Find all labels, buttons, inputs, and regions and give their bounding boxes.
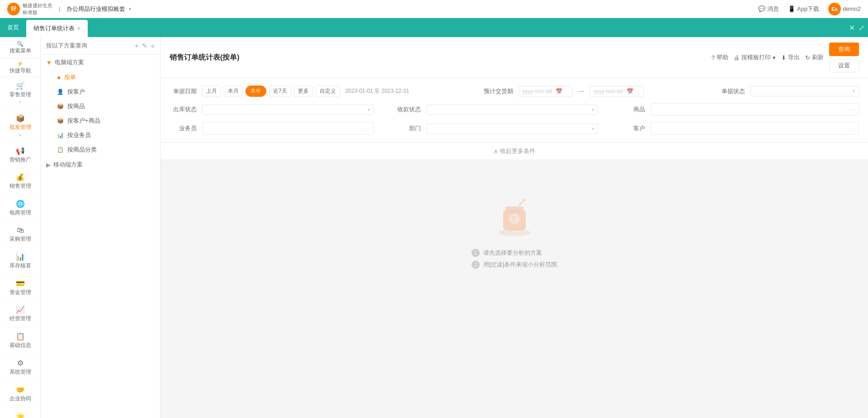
tree-item-by-customer[interactable]: 👤 按客户 [41,85,160,99]
app-dropdown-icon[interactable]: ▾ [129,6,131,11]
tab-home[interactable]: 首页 [0,18,26,37]
salesman-select-dots-icon: ··· [362,125,370,132]
by-goods-icon: 📦 [57,103,64,109]
expected-date-end-input[interactable]: yyyy-mm-dd 📅 [590,86,644,97]
sidebar-item-finance[interactable]: 💳 资金管理 [0,275,40,301]
print-button[interactable]: 🖨 按模板打印 ▾ [734,53,776,62]
edit-scheme-button[interactable]: ✎ [142,42,147,49]
filter-section: 单据日期 上月 本月 本年 近7天 更多 自定义 2023-01-01 至 20… [160,78,868,142]
salesman-select[interactable]: ··· [202,122,374,135]
date-range-text: 2023-01-01 至 2023-12-31 [345,87,409,95]
calendar-start-icon: 📅 [556,88,562,95]
last7-btn[interactable]: 近7天 [269,86,291,97]
search-menu-item[interactable]: 🔍 搜索菜单 [0,37,40,59]
collapse-row: ∧ 收起更多条件 [160,142,868,160]
empty-tips: 1 请先选择要分析的方案 2 用[过滤]条件来缩小分析范围 [472,249,557,269]
topbar-left: 好 畅捷通好生意 标准版 | 办公用品行业模拟账套 ▾ [7,2,131,15]
help-icon: ? [712,54,715,61]
dept-select[interactable]: ▾ [426,124,598,134]
tree-mobile-section[interactable]: ▶ 移动端方案 [41,157,160,172]
retail-arrow-icon: ▾ [19,100,21,104]
content-wrapper: 按以下方案查询 + ✎ « ▼ 电脑端方案 ● 按单 👤 按客户 [41,37,868,418]
logo-icon: 好 [7,3,20,15]
query-button[interactable]: 查询 [829,43,859,56]
tree-mobile-label: 移动端方案 [53,161,83,169]
print-icon: 🖨 [734,54,740,61]
operations-icon: 📈 [16,305,25,314]
pay-status-select[interactable]: ▾ [426,104,598,115]
tree-item-by-goods[interactable]: 📦 按商品 [41,99,160,114]
window-expand-button[interactable]: ⤢ [859,24,864,32]
expected-date-label: 预计交货期 [484,87,513,95]
newbie-icon: 🌟 [16,412,25,418]
sidebar-item-marketing[interactable]: 📢 营销推广 [0,142,40,169]
status-select[interactable]: ▾ [750,86,859,96]
refresh-button[interactable]: ↻ 刷新 [805,53,824,62]
date-label: 单据日期 [170,87,197,95]
ship-status-select[interactable]: ▾ [202,104,374,115]
goods-label: 商品 [618,105,645,114]
sidebar-item-newbie[interactable]: 🌟 新手引导 [0,408,40,418]
svg-text:?: ? [512,215,515,223]
add-scheme-button[interactable]: + [135,42,138,49]
tip-num-2: 2 [472,261,480,269]
collapse-btn[interactable]: ∧ 收起更多条件 [494,147,535,155]
goods-select-dots-icon: ··· [847,106,855,113]
sidebar-item-system[interactable]: ⚙ 系统管理 [0,354,40,381]
tree-item-by-order[interactable]: ● 按单 [41,70,160,85]
collapse-panel-button[interactable]: « [151,42,155,49]
sidebar-item-wholesale[interactable]: 📦 批发管理 ▴ [0,109,40,142]
customer-select[interactable]: ··· [651,122,859,135]
main-layout: 🔍 搜索菜单 ⚡ 快捷导航 🛒 零售管理 ▾ 📦 批发管理 ▴ 📢 营销推广 💰… [0,37,868,418]
user-profile[interactable]: Ea demo2 [828,3,861,15]
download-icon: 📱 [788,5,795,12]
pay-select-arrow-icon: ▾ [592,107,594,112]
tabbar: 首页 销售订单统计表 × ✕ ⤢ [0,18,868,37]
filter-row-3: 业务员 ··· 部门 ▾ 客户 ··· [170,122,859,135]
this-year-btn[interactable]: 本年 [245,86,266,97]
left-panel-actions: + ✎ « [135,42,155,49]
app-title: 办公用品行业模拟账套 [66,5,125,13]
window-close-button[interactable]: ✕ [849,24,855,32]
more-date-btn[interactable]: 更多 [294,86,313,97]
custom-date-btn[interactable]: 自定义 [316,86,340,97]
sidebar-item-inventory[interactable]: 📊 库存核算 [0,248,40,275]
svg-point-6 [523,199,526,201]
this-month-btn[interactable]: 本月 [224,86,243,97]
tree-item-by-category[interactable]: 📋 按商品分类 [41,142,160,157]
sidebar-item-enterprise[interactable]: 🤝 企业协同 [0,381,40,408]
help-button[interactable]: ? 帮助 [712,53,728,62]
finance-icon: 💳 [16,279,25,288]
sidebar-item-ecommerce[interactable]: 🌐 电商管理 [0,195,40,222]
tree-pc-section[interactable]: ▼ 电脑端方案 [41,55,160,70]
quick-nav-item[interactable]: ⚡ 快捷导航 [0,59,40,77]
sidebar-item-operations[interactable]: 📈 经营管理 [0,301,40,328]
sidebar-item-retail[interactable]: 🛒 零售管理 ▾ [0,77,40,109]
goods-select[interactable]: ··· [651,103,859,116]
set-button[interactable]: 设置 [829,59,859,72]
left-panel-header: 按以下方案查询 + ✎ « [41,37,160,55]
tab-sales-order-stats[interactable]: 销售订单统计表 × [26,20,88,37]
tree-item-by-customer-goods[interactable]: 📦 按客户+商品 [41,114,160,128]
message-button[interactable]: 💬 消息 [758,5,779,13]
wholesale-arrow-icon: ▴ [19,132,21,137]
tab-close-icon[interactable]: × [77,25,80,32]
by-category-icon: 📋 [57,147,64,153]
app-download-button[interactable]: 📱 App下载 [788,5,819,13]
right-content: 销售订单统计表(按单) ? 帮助 🖨 按模板打印 ▾ ⬇ 导出 [160,37,868,418]
last-month-btn[interactable]: 上月 [202,86,221,97]
marketing-icon: 📢 [16,147,25,155]
tree-item-by-salesman[interactable]: 📊 按业务员 [41,128,160,142]
retail-icon: 🛒 [16,81,25,90]
print-dropdown-icon: ▾ [773,54,776,61]
expected-date-start-input[interactable]: yyyy-mm-dd 📅 [519,86,573,97]
customer-select-dots-icon: ··· [847,125,855,132]
calendar-end-icon: 📅 [627,88,633,95]
status-label-top: 单据状态 [718,87,745,95]
sidebar-item-sales[interactable]: 💰 销售管理 [0,168,40,195]
date-button-group: 上月 本月 本年 近7天 更多 自定义 [202,86,340,97]
export-button[interactable]: ⬇ 导出 [781,53,800,62]
sidebar-item-purchase[interactable]: 🛍 采购管理 [0,222,40,248]
topbar: 好 畅捷通好生意 标准版 | 办公用品行业模拟账套 ▾ 💬 消息 📱 App下载… [0,0,868,18]
sidebar-item-base-info[interactable]: 📋 基础信息 [0,328,40,354]
